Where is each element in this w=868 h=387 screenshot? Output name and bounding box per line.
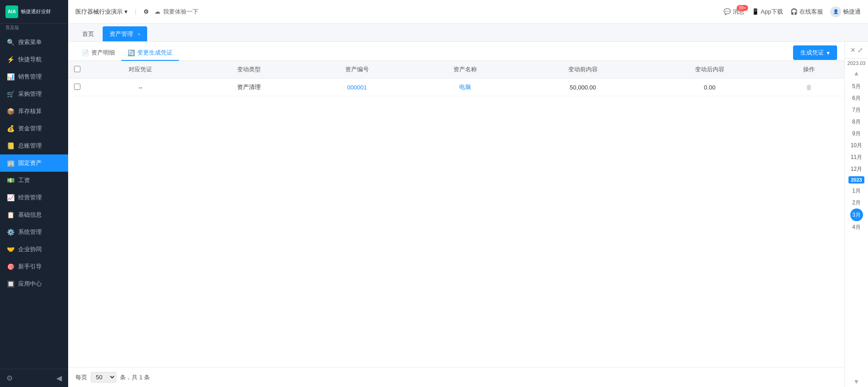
sidebar-item-guide[interactable]: 🎯新手引导 xyxy=(0,258,68,275)
service-btn[interactable]: 🎧 在线客服 xyxy=(790,8,823,16)
app-download-btn[interactable]: 📱 App下载 xyxy=(752,8,783,16)
sidebar-item-inventory[interactable]: 📦库存核算 xyxy=(0,103,68,120)
delete-icon[interactable]: 🗑 xyxy=(806,84,812,91)
logo-text: 畅捷通好业财 xyxy=(21,8,51,15)
sidebar-item-search[interactable]: 🔍搜索菜单 xyxy=(0,34,68,51)
month-item[interactable]: 3月 xyxy=(850,208,863,221)
sub-tab-asset-detail[interactable]: 📄 资产明细 xyxy=(75,45,121,61)
username: 畅捷通 xyxy=(843,8,861,16)
table-wrap: 对应凭证 变动类型 资产编号 资产名称 变动前内容 变动后内容 操作 -- xyxy=(68,61,844,367)
sub-tab-change-voucher[interactable]: 🔄 变更生成凭证 xyxy=(121,45,179,61)
experience-btn[interactable]: ☁ 我要体验一下 xyxy=(154,8,198,16)
close-panel-icon[interactable]: ✕ xyxy=(850,46,856,54)
sub-tab2-label: 变更生成凭证 xyxy=(137,49,173,57)
month-item[interactable]: 6月 xyxy=(848,92,865,104)
row-checkbox[interactable] xyxy=(74,84,80,90)
system-icon: ⚙️ xyxy=(6,228,15,236)
change-voucher-icon: 🔄 xyxy=(128,50,135,56)
sidebar-item-salary[interactable]: 💵工资 xyxy=(0,172,68,189)
th-action: 操作 xyxy=(773,61,844,79)
th-change-type: 变动类型 xyxy=(194,61,303,79)
year-month-header: 2023.03 xyxy=(847,59,867,68)
asset-detail-icon: 📄 xyxy=(82,50,89,56)
sidebar-item-sales[interactable]: 📊销售管理 xyxy=(0,68,68,85)
sidebar-item-coop[interactable]: 🤝企业协同 xyxy=(0,241,68,258)
th-voucher: 对应凭证 xyxy=(86,61,194,79)
month-item[interactable]: 2月 xyxy=(848,197,865,208)
sidebar-item-label: 固定资产 xyxy=(18,159,42,167)
year-badge: 2023 xyxy=(848,176,864,184)
right-panel: ✕ ⤢ 2023.03 ▲ 5月6月7月8月9月10月11月12月20231月2… xyxy=(844,42,868,387)
guide-icon: 🎯 xyxy=(6,263,15,271)
expand-panel-icon[interactable]: ⤢ xyxy=(858,46,863,54)
tab-asset-management[interactable]: 资产管理 × xyxy=(103,26,147,41)
month-item[interactable]: 9月 xyxy=(848,128,865,139)
message-btn[interactable]: 💬 消息 99+ xyxy=(724,8,744,16)
settings-gear-icon[interactable]: ⚙ xyxy=(144,8,149,15)
page-size-select[interactable]: 102050100 xyxy=(91,372,116,382)
th-after: 变动后内容 xyxy=(646,61,773,79)
ledger-icon: 📒 xyxy=(6,142,15,150)
settings-icon[interactable]: ⚙ xyxy=(6,374,13,382)
sales-icon: 📊 xyxy=(6,73,15,81)
operations-icon: 📈 xyxy=(6,194,15,202)
year-month-list: 5月6月7月8月9月10月11月12月20231月2月3月4月 xyxy=(848,79,865,376)
tab-home[interactable]: 首页 xyxy=(75,26,101,41)
month-item[interactable]: 11月 xyxy=(848,151,865,163)
row-asset-no: 000001 xyxy=(303,79,411,96)
sidebar-item-app-center[interactable]: 🔲应用中心 xyxy=(0,275,68,293)
sidebar-item-label: 基础信息 xyxy=(18,211,42,219)
app-download-label: App下载 xyxy=(761,8,783,16)
month-item[interactable]: 7月 xyxy=(848,104,865,116)
th-asset-name: 资产名称 xyxy=(411,61,519,79)
collapse-icon[interactable]: ◀ xyxy=(56,374,62,382)
table-header-row: 对应凭证 变动类型 资产编号 资产名称 变动前内容 变动后内容 操作 xyxy=(68,61,844,79)
sidebar-item-label: 应用中心 xyxy=(18,280,42,288)
month-item[interactable]: 10月 xyxy=(848,139,865,151)
th-before: 变动前内容 xyxy=(520,61,646,79)
experience-text: 我要体验一下 xyxy=(163,8,198,16)
generate-btn-label: 生成凭证 xyxy=(800,49,824,57)
company-selector[interactable]: 医疗器械行业演示 ▾ xyxy=(75,8,128,16)
sidebar-item-purchase[interactable]: 🛒采购管理 xyxy=(0,85,68,103)
message-badge: 99+ xyxy=(737,5,748,11)
main-area: 医疗器械行业演示 ▾ | ⚙ ☁ 我要体验一下 💬 消息 99+ 📱 App下载… xyxy=(68,0,868,387)
sidebar-item-quick-nav[interactable]: ⚡快捷导航 xyxy=(0,51,68,68)
month-item[interactable]: 4月 xyxy=(848,221,865,233)
scroll-up-arrow[interactable]: ▲ xyxy=(852,68,862,79)
year-row-2023: 2023 xyxy=(848,175,865,185)
sidebar-item-ledger[interactable]: 📒总账管理 xyxy=(0,137,68,154)
sidebar-item-label: 工资 xyxy=(18,176,30,184)
sidebar-item-label: 企业协同 xyxy=(18,245,42,253)
topbar-divider: | xyxy=(135,8,136,15)
month-item[interactable]: 8月 xyxy=(848,116,865,128)
sidebar-item-fund[interactable]: 💰资金管理 xyxy=(0,120,68,137)
sidebar-item-system[interactable]: ⚙️系统管理 xyxy=(0,223,68,241)
row-after: 0.00 xyxy=(646,79,773,96)
sidebar-item-basic-info[interactable]: 📋基础信息 xyxy=(0,206,68,223)
month-item[interactable]: 12月 xyxy=(848,163,865,175)
right-panel-controls: ✕ ⤢ xyxy=(845,42,868,59)
month-item[interactable]: 5月 xyxy=(848,80,865,92)
fund-icon: 💰 xyxy=(6,124,15,133)
app-center-icon: 🔲 xyxy=(6,280,15,288)
month-item[interactable]: 1月 xyxy=(848,185,865,197)
sidebar-item-label: 销售管理 xyxy=(18,73,42,81)
tab-close-icon[interactable]: × xyxy=(138,31,140,37)
generate-voucher-btn[interactable]: 生成凭证 ▾ xyxy=(793,45,837,60)
sidebar-item-label: 搜索菜单 xyxy=(18,38,42,46)
sidebar-item-label: 库存核算 xyxy=(18,107,42,115)
content: 📄 资产明细 🔄 变更生成凭证 生成凭证 ▾ xyxy=(68,42,844,387)
row-voucher: -- xyxy=(86,79,194,96)
content-area: 📄 资产明细 🔄 变更生成凭证 生成凭证 ▾ xyxy=(68,42,868,387)
select-all-checkbox[interactable] xyxy=(74,66,80,72)
inventory-icon: 📦 xyxy=(6,107,15,115)
dropdown-icon: ▾ xyxy=(124,8,128,15)
row-change-type: 资产清理 xyxy=(194,79,303,96)
sidebar-item-operations[interactable]: 📈经营管理 xyxy=(0,189,68,206)
home-tab-label: 首页 xyxy=(82,30,94,37)
sidebar-item-fixed-assets[interactable]: 🏢固定资产 xyxy=(0,154,68,172)
user-btn[interactable]: 👤 畅捷通 xyxy=(830,6,861,17)
scroll-down-arrow[interactable]: ▼ xyxy=(852,376,862,387)
service-label: 在线客服 xyxy=(799,8,823,16)
